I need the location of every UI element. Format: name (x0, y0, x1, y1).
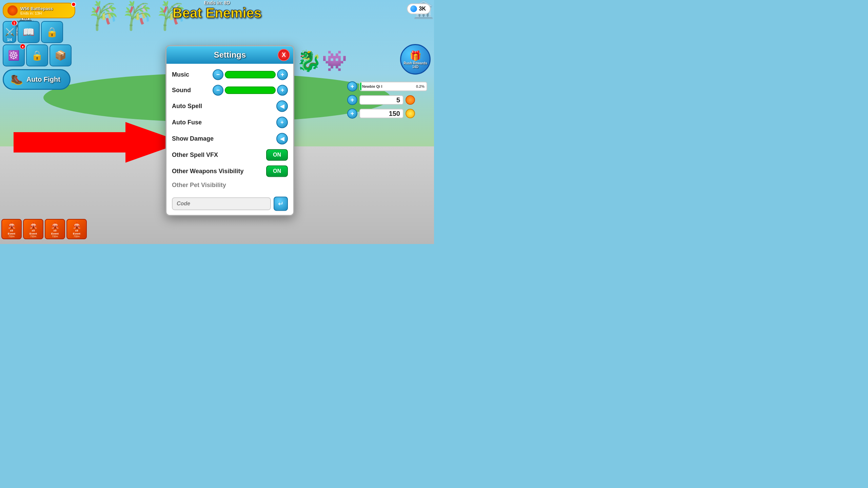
boot-icon: 🥾 (11, 74, 23, 85)
chest-icon: 📦 (55, 50, 66, 61)
stat2-plus[interactable]: + (347, 108, 357, 119)
lock-button[interactable]: 🔒 (41, 21, 63, 43)
other-weapons-toggle[interactable]: ON (266, 165, 288, 177)
event-item-3[interactable]: 🎪 x5 Event 732m (66, 219, 87, 239)
newbie-qi-plus[interactable]: + (347, 81, 357, 92)
music-slider-bar[interactable] (225, 71, 276, 78)
sound-label: Sound (172, 87, 191, 94)
settings-title: Settings (214, 50, 246, 59)
stat1-icon (406, 95, 415, 105)
gem-counter: 3K (407, 3, 431, 14)
right-progress-panel: + Newbie Qi I 0.2% + 5 + 150 (347, 81, 427, 119)
sword-badge: 1 (12, 20, 17, 26)
other-weapons-setting-row: Other Weapons Visibility ON (172, 165, 288, 177)
event-icon-2: 🎪 (51, 221, 59, 229)
event-icon-0: 🎪 (7, 221, 16, 229)
enemy-monsters: 🐉👾 (296, 49, 347, 73)
other-spell-vfx-toggle[interactable]: ON (266, 149, 288, 161)
event-label-3: x5 (75, 229, 78, 232)
auto-spell-setting-row: Auto Spell ◀ (172, 100, 288, 112)
book-icon: 📖 (23, 26, 35, 38)
newbie-qi-row: + Newbie Qi I 0.2% (347, 81, 427, 92)
auto-fuse-setting-row: Auto Fuse + (172, 117, 288, 128)
show-damage-toggle[interactable]: ◀ (276, 133, 288, 144)
minus-icon2: − (216, 87, 220, 94)
settings-close-button[interactable]: X (278, 49, 290, 61)
sword-button[interactable]: ⚔️ 1/4 1 (3, 21, 16, 43)
page-indicator: 1/4 (7, 38, 12, 42)
event-label-0: x5 (10, 229, 13, 232)
lock2-button[interactable]: 🔒 (26, 44, 48, 66)
music-plus-button[interactable]: + (277, 69, 288, 80)
event-type-3: Event (73, 232, 80, 235)
battlepass-icon (7, 5, 18, 16)
event-type-0: Event (8, 232, 15, 235)
music-slider-control: − + (213, 69, 288, 80)
auto-spell-toggle[interactable]: ◀ (276, 100, 288, 112)
battlepass-notification (71, 2, 76, 7)
music-label: Music (172, 71, 189, 78)
stat2-value: 150 (389, 110, 400, 118)
event-icon-1: 🎪 (29, 221, 38, 229)
stat1-value: 5 (396, 96, 400, 104)
icon-row-2: ☸️ ● 🔒 📦 (3, 44, 75, 66)
beat-enemies-title: Beat Enemies (173, 5, 261, 21)
left-sidebar: W56 Battlepass Ends in: 13H ⚔️ 1/4 1 📖 🔒… (0, 0, 78, 93)
sound-plus-button[interactable]: + (277, 85, 288, 96)
event-label-2: x5 (54, 229, 57, 232)
minus-icon: − (216, 71, 220, 78)
event-item-0[interactable]: 🎪 x5 Event 732m (1, 219, 22, 239)
auto-fuse-label: Auto Fuse (172, 119, 202, 126)
plus-icon2: + (281, 87, 284, 94)
battlepass-label: W56 Battlepass (20, 6, 53, 11)
event-time-3: 732m (74, 235, 80, 238)
gem-count: 3K (419, 6, 426, 12)
other-weapons-value: ON (273, 168, 281, 174)
chest-button[interactable]: 📦 (50, 44, 72, 66)
svg-marker-0 (14, 122, 183, 163)
sound-setting-row: Sound − + (172, 85, 288, 96)
icon-row-1: ⚔️ 1/4 1 📖 🔒 (3, 21, 75, 43)
code-enter-button[interactable]: ↵ (274, 197, 288, 211)
ends-in-text: Ends in: 8D (173, 0, 261, 5)
top-banner: Ends in: 8D Beat Enemies (173, 0, 261, 21)
settings-header: Settings X (166, 46, 293, 64)
bottom-events-row: 🎪 x5 Event 732m 🎪 x5 Event 732m 🎪 x5 Eve… (0, 218, 88, 241)
book-button[interactable]: 📖 (18, 21, 40, 43)
event-item-1[interactable]: 🎪 x5 Event 732m (23, 219, 43, 239)
other-spell-vfx-label: Other Spell VFX (172, 151, 218, 159)
close-icon: X (282, 52, 286, 59)
show-damage-label: Show Damage (172, 135, 214, 142)
event-time-0: 732m (8, 235, 15, 238)
settings-modal: Settings X Music − + Sound − (165, 45, 294, 216)
sound-minus-button[interactable]: − (213, 85, 223, 96)
wheel-button[interactable]: ☸️ ● (3, 44, 25, 66)
event-type-1: Event (29, 232, 37, 235)
show-damage-setting-row: Show Damage ◀ (172, 133, 288, 144)
lock2-icon: 🔒 (31, 50, 43, 61)
newbie-qi-label: Newbie Qi I (362, 84, 382, 88)
other-pet-setting-row: Other Pet Visibility (172, 182, 288, 188)
stat1-plus[interactable]: + (347, 95, 357, 105)
code-input[interactable] (172, 197, 271, 210)
battlepass-button[interactable]: W56 Battlepass Ends in: 13H (3, 3, 75, 18)
stat2-icon (406, 109, 415, 118)
event-label-1: x5 (32, 229, 35, 232)
red-arrow-annotation (14, 108, 183, 176)
rush-rewards-label: Rush Rewards 14D (403, 61, 427, 69)
wheel-badge: ● (20, 44, 25, 49)
auto-fight-button[interactable]: 🥾 Auto Fight (3, 69, 71, 90)
music-setting-row: Music − + (172, 69, 288, 80)
music-minus-button[interactable]: − (213, 69, 223, 80)
auto-spell-label: Auto Spell (172, 103, 202, 110)
sound-slider-bar[interactable] (225, 86, 276, 94)
wheel-icon: ☸️ (8, 50, 20, 61)
event-item-2[interactable]: 🎪 x5 Event 732m (45, 219, 65, 239)
other-pet-label: Other Pet Visibility (172, 182, 226, 188)
enter-icon: ↵ (278, 200, 284, 208)
event-time-2: 732m (52, 235, 58, 238)
auto-fuse-toggle[interactable]: + (276, 117, 288, 128)
other-spell-vfx-value: ON (273, 152, 281, 158)
rush-rewards-button[interactable]: 🎁 Rush Rewards 14D (400, 44, 431, 75)
newbie-qi-pct: 0.2% (416, 84, 425, 88)
